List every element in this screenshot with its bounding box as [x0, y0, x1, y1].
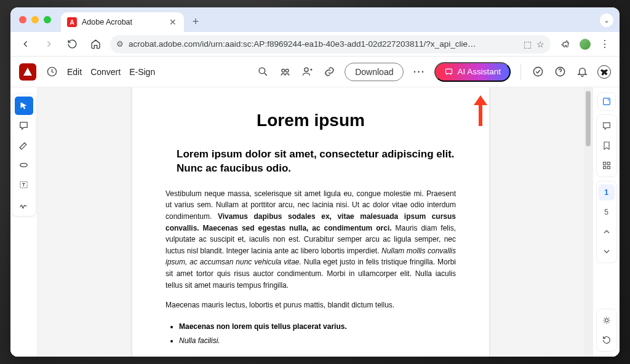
draw-tool[interactable] — [15, 156, 33, 174]
document-paragraph-2: Maecenas mauris lectus, lobortis et puru… — [165, 299, 456, 311]
forward-button[interactable] — [40, 36, 57, 53]
svg-rect-13 — [603, 166, 605, 168]
maximize-window-button[interactable] — [44, 16, 51, 23]
ai-assistant-button[interactable]: AI Assistant — [434, 62, 511, 82]
bookmark-icon[interactable]: ☆ — [536, 39, 544, 49]
tab-close-button[interactable]: ✕ — [168, 17, 178, 27]
browser-tab[interactable]: A Adobe Acrobat ✕ — [61, 12, 184, 32]
search-icon[interactable] — [256, 65, 269, 79]
task-status-icon[interactable] — [531, 65, 544, 79]
svg-point-3 — [285, 69, 289, 73]
browser-menu-button[interactable]: ⋮ — [596, 36, 613, 53]
thumbnails-icon[interactable] — [599, 157, 615, 173]
page-down-button[interactable] — [599, 243, 615, 259]
left-tool-panel — [10, 87, 38, 357]
menu-convert[interactable]: Convert — [90, 67, 121, 77]
recent-icon[interactable] — [45, 65, 58, 79]
scrollbar-thumb[interactable] — [586, 91, 591, 146]
svg-rect-10 — [603, 98, 610, 105]
page-total: 5 — [599, 204, 615, 220]
minimize-window-button[interactable] — [31, 16, 39, 23]
bookmarks-panel-icon[interactable] — [599, 138, 615, 154]
url-field[interactable]: ⚙ acrobat.adobe.com/id/urn:aaid:sc:AP:f8… — [110, 35, 551, 53]
help-icon[interactable] — [553, 65, 567, 79]
profile-button[interactable] — [576, 36, 594, 53]
page-current[interactable]: 1 — [599, 184, 615, 200]
page-up-button[interactable] — [599, 224, 615, 240]
sign-tool[interactable] — [15, 195, 33, 213]
svg-point-15 — [605, 318, 608, 322]
tab-overflow-button[interactable]: ⌄ — [600, 14, 613, 27]
document-list: Maecenas non lorem quis tellus placerat … — [179, 320, 456, 348]
svg-point-1 — [259, 68, 265, 74]
appearance-icon[interactable] — [599, 312, 615, 328]
address-bar: ⚙ acrobat.adobe.com/id/urn:aaid:sc:AP:f8… — [10, 32, 620, 57]
install-app-icon[interactable]: ⬚ — [524, 39, 532, 49]
svg-rect-11 — [603, 162, 605, 165]
comments-panel-icon[interactable] — [599, 118, 615, 134]
divider — [520, 64, 521, 80]
svg-point-6 — [533, 67, 542, 76]
highlight-tool[interactable] — [15, 136, 33, 154]
window-controls — [19, 16, 51, 23]
svg-point-4 — [304, 68, 308, 71]
menu-esign[interactable]: E-Sign — [129, 67, 155, 77]
reload-button[interactable] — [63, 36, 81, 53]
tab-title: Adobe Acrobat — [82, 18, 163, 26]
right-panel: 1 5 — [592, 87, 620, 357]
work-area: Lorem ipsum Lorem ipsum dolor sit amet, … — [10, 87, 620, 357]
download-button[interactable]: Download — [345, 63, 404, 81]
list-item: Nulla facilisi. — [179, 334, 456, 348]
add-person-icon[interactable] — [300, 65, 314, 79]
svg-point-2 — [282, 69, 285, 73]
share-icon[interactable] — [278, 65, 292, 79]
document-title: Lorem ipsum — [165, 111, 456, 130]
menu-edit[interactable]: Edit — [67, 67, 82, 77]
document-page: Lorem ipsum Lorem ipsum dolor sit amet, … — [132, 87, 489, 357]
link-icon[interactable] — [322, 65, 336, 79]
svg-rect-5 — [446, 69, 452, 74]
svg-point-8 — [20, 163, 27, 167]
notification-icon[interactable] — [575, 65, 589, 79]
svg-rect-12 — [607, 162, 610, 165]
home-button[interactable] — [87, 36, 104, 53]
scrollbar[interactable] — [584, 87, 592, 357]
back-button[interactable] — [17, 36, 34, 53]
more-button[interactable]: ··· — [412, 65, 426, 79]
tab-strip: A Adobe Acrobat ✕ + ⌄ — [10, 7, 620, 32]
acrobat-logo[interactable] — [19, 63, 36, 81]
document-viewport[interactable]: Lorem ipsum Lorem ipsum dolor sit amet, … — [38, 87, 584, 357]
select-tool[interactable] — [15, 97, 33, 115]
comment-tool[interactable] — [15, 116, 33, 135]
document-paragraph-1: Vestibulum neque massa, scelerisque sit … — [165, 188, 456, 291]
rotate-icon[interactable] — [599, 332, 615, 348]
acrobat-toolbar: Edit Convert E-Sign Download ··· AI Assi… — [10, 57, 620, 87]
ai-panel-icon[interactable] — [597, 92, 616, 111]
account-avatar[interactable] — [597, 65, 611, 79]
site-settings-icon[interactable]: ⚙ — [116, 39, 124, 49]
url-text: acrobat.adobe.com/id/urn:aaid:sc:AP:f896… — [129, 39, 519, 49]
document-subtitle: Lorem ipsum dolor sit amet, consectetur … — [177, 148, 456, 176]
close-window-button[interactable] — [19, 16, 26, 23]
add-text-tool[interactable] — [15, 175, 33, 194]
svg-rect-14 — [607, 166, 610, 168]
acrobat-icon: A — [67, 17, 77, 27]
new-tab-button[interactable]: + — [188, 14, 204, 30]
extensions-button[interactable] — [557, 36, 574, 53]
browser-window: A Adobe Acrobat ✕ + ⌄ ⚙ acrobat.adobe.co… — [10, 7, 620, 357]
list-item: Maecenas non lorem quis tellus placerat … — [179, 320, 456, 334]
